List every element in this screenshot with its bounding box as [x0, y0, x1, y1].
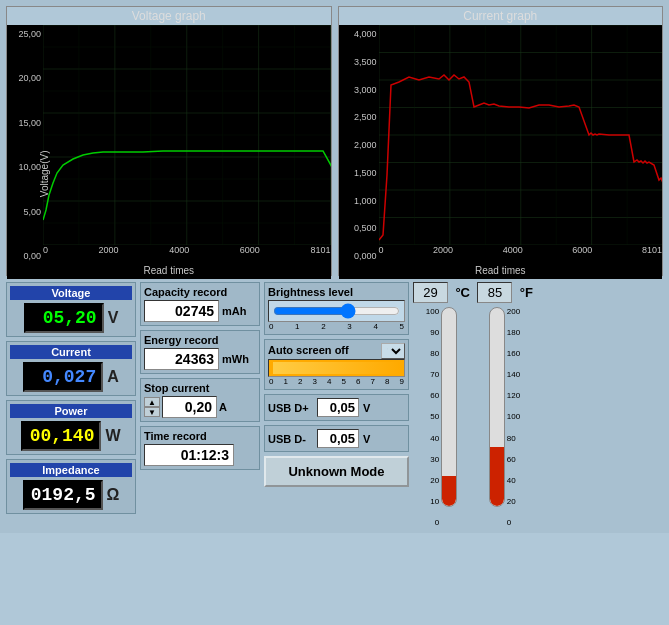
records-column: Capacity record mAh Energy record mWh St… — [140, 282, 260, 527]
capacity-record-row: mAh — [144, 300, 256, 322]
current-y-axis: 4,000 3,500 3,000 2,500 2,000 1,500 1,00… — [339, 25, 379, 265]
usb-dminus-input[interactable] — [317, 429, 359, 448]
auto-off-ticks: 0 1 2 3 4 5 6 7 8 9 — [268, 377, 405, 386]
fahrenheit-thermo: 200 180 160 140 120 100 80 60 40 20 0 — [476, 307, 533, 527]
power-meter: Power 00,140 W — [6, 400, 136, 455]
stop-current-input[interactable] — [162, 396, 217, 418]
brightness-column: Brightness level 0 1 2 3 4 5 Auto screen… — [264, 282, 409, 527]
current-xlabel: Read times — [339, 265, 663, 279]
controls-row: Voltage 05,20 V Current 0,027 A Power 00… — [6, 282, 663, 527]
auto-off-dropdown[interactable]: ▼ — [381, 343, 405, 359]
voltage-graph-title: Voltage graph — [7, 7, 331, 25]
fahrenheit-fill — [490, 447, 504, 506]
celsius-fill — [442, 476, 456, 506]
usb-dplus-row: USB D+ V — [264, 394, 409, 421]
stop-current-row: ▲ ▼ A — [144, 396, 256, 418]
celsius-thermo: 100 90 80 70 60 50 40 30 20 10 0 — [413, 307, 470, 527]
impedance-label: Impedance — [10, 463, 132, 477]
auto-off-block: Auto screen off ▼ 0 1 2 3 4 5 6 7 — [264, 339, 409, 390]
usb-dminus-row: USB D- V — [264, 425, 409, 452]
current-graph-title: Current graph — [339, 7, 663, 25]
usb-dminus-label: USB D- — [268, 433, 313, 445]
stop-current-label: Stop current — [144, 382, 256, 394]
voltage-xlabel: Read times — [7, 265, 331, 279]
celsius-tube — [441, 307, 457, 507]
usb-dminus-unit: V — [363, 433, 370, 445]
usb-dplus-input[interactable] — [317, 398, 359, 417]
graphs-row: Voltage graph 25,00 20,00 15,00 10,00 5,… — [6, 6, 663, 276]
fahrenheit-input[interactable] — [477, 282, 512, 303]
usb-dplus-label: USB D+ — [268, 402, 313, 414]
current-x-labels: 0 2000 4000 6000 8101 — [379, 245, 663, 255]
voltage-graph-svg — [43, 25, 331, 245]
stop-current-unit: A — [219, 401, 227, 413]
capacity-record-unit: mAh — [222, 305, 246, 317]
power-label: Power — [10, 404, 132, 418]
meters-column: Voltage 05,20 V Current 0,027 A Power 00… — [6, 282, 136, 527]
brightness-slider-wrap — [268, 300, 405, 322]
current-meter: Current 0,027 A — [6, 341, 136, 396]
capacity-record-block: Capacity record mAh — [140, 282, 260, 326]
stop-current-spinner: ▲ ▼ — [144, 397, 160, 417]
voltage-value-row: 05,20 V — [10, 303, 132, 333]
energy-record-label: Energy record — [144, 334, 256, 346]
voltage-ylabel: Voltage(V) — [39, 151, 50, 198]
time-record-label: Time record — [144, 430, 256, 442]
fahrenheit-scale: 200 180 160 140 120 100 80 60 40 20 0 — [507, 307, 520, 527]
impedance-meter: Impedance 0192,5 Ω — [6, 459, 136, 514]
celsius-scale: 100 90 80 70 60 50 40 30 20 10 0 — [426, 307, 439, 527]
current-graph-container: Current graph 4,000 3,500 3,000 2,500 2,… — [338, 6, 664, 276]
power-value-row: 00,140 W — [10, 421, 132, 451]
stop-current-down-btn[interactable]: ▼ — [144, 407, 160, 417]
fahrenheit-label: °F — [520, 285, 533, 300]
celsius-label: °C — [455, 285, 470, 300]
voltage-meter: Voltage 05,20 V — [6, 282, 136, 337]
voltage-label: Voltage — [10, 286, 132, 300]
voltage-graph-container: Voltage graph 25,00 20,00 15,00 10,00 5,… — [6, 6, 332, 276]
time-record-input[interactable] — [144, 444, 234, 466]
power-unit: W — [105, 427, 120, 445]
current-display: 0,027 — [23, 362, 103, 392]
capacity-record-input[interactable] — [144, 300, 219, 322]
main-container: Voltage graph 25,00 20,00 15,00 10,00 5,… — [0, 0, 669, 533]
unknown-mode-button[interactable]: Unknown Mode — [264, 456, 409, 487]
voltage-unit: V — [108, 309, 119, 327]
fahrenheit-thermo-inner: 200 180 160 140 120 100 80 60 40 20 0 — [489, 307, 520, 527]
impedance-value-row: 0192,5 Ω — [10, 480, 132, 510]
power-display: 00,140 — [21, 421, 101, 451]
energy-record-input[interactable] — [144, 348, 219, 370]
current-label: Current — [10, 345, 132, 359]
celsius-input[interactable] — [413, 282, 448, 303]
impedance-display: 0192,5 — [23, 480, 103, 510]
auto-off-header: Auto screen off ▼ — [268, 343, 405, 359]
energy-record-block: Energy record mWh — [140, 330, 260, 374]
current-value-row: 0,027 A — [10, 362, 132, 392]
energy-record-row: mWh — [144, 348, 256, 370]
brightness-slider[interactable] — [273, 304, 400, 318]
thermometers-row: 100 90 80 70 60 50 40 30 20 10 0 — [413, 307, 533, 527]
voltage-x-labels: 0 2000 4000 6000 8101 — [43, 245, 331, 255]
thermo-header: °C °F — [413, 282, 533, 303]
usb-dplus-unit: V — [363, 402, 370, 414]
fahrenheit-tube — [489, 307, 505, 507]
voltage-display: 05,20 — [24, 303, 104, 333]
brightness-title: Brightness level — [268, 286, 405, 298]
brightness-block: Brightness level 0 1 2 3 4 5 — [264, 282, 409, 335]
auto-off-title: Auto screen off — [268, 344, 349, 356]
energy-record-unit: mWh — [222, 353, 249, 365]
stop-current-up-btn[interactable]: ▲ — [144, 397, 160, 407]
stop-current-block: Stop current ▲ ▼ A — [140, 378, 260, 422]
time-record-row — [144, 444, 256, 466]
auto-off-slider-wrap — [268, 359, 405, 377]
capacity-record-label: Capacity record — [144, 286, 256, 298]
voltage-y-axis: 25,00 20,00 15,00 10,00 5,00 0,00 — [7, 25, 43, 265]
brightness-ticks: 0 1 2 3 4 5 — [268, 322, 405, 331]
time-record-block: Time record — [140, 426, 260, 470]
temperature-column: °C °F 100 90 80 70 60 50 40 — [413, 282, 533, 527]
impedance-unit: Ω — [107, 486, 120, 504]
celsius-thermo-inner: 100 90 80 70 60 50 40 30 20 10 0 — [426, 307, 457, 527]
current-unit: A — [107, 368, 119, 386]
current-graph-svg — [379, 25, 663, 245]
